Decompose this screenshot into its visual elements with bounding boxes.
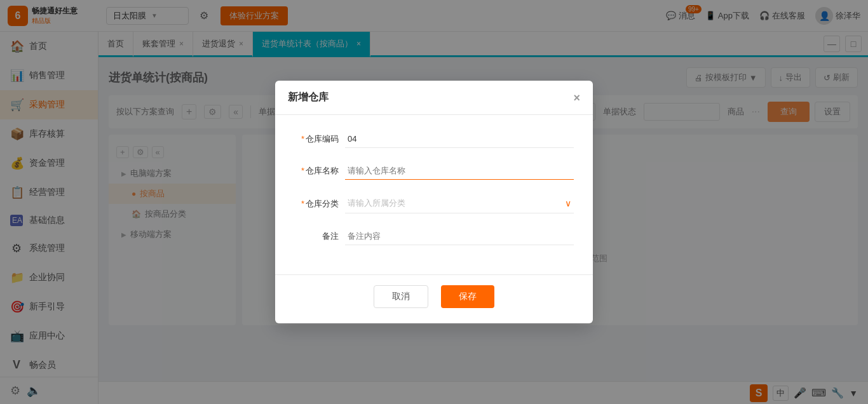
form-row-name: 仓库名称 — [294, 162, 574, 180]
form-row-code: 仓库编码 — [294, 130, 574, 148]
category-dropdown-arrow: ∨ — [565, 198, 571, 208]
modal-close-button[interactable]: × — [573, 92, 580, 104]
cancel-button[interactable]: 取消 — [374, 285, 428, 308]
name-label: 仓库名称 — [294, 165, 345, 177]
remark-label: 备注 — [294, 231, 345, 242]
modal-title: 新增仓库 — [288, 91, 329, 104]
new-warehouse-modal: 新增仓库 × 仓库编码 仓库名称 仓库分类 请输入所属分类 ∨ — [275, 81, 593, 323]
name-input[interactable] — [345, 162, 574, 180]
category-placeholder: 请输入所属分类 — [348, 198, 405, 209]
save-button[interactable]: 保存 — [441, 285, 494, 308]
modal-footer: 取消 保存 — [275, 274, 593, 323]
code-label: 仓库编码 — [294, 133, 345, 145]
category-select[interactable]: 请输入所属分类 ∨ — [345, 194, 574, 213]
modal-header: 新增仓库 × — [275, 81, 593, 115]
form-row-remark: 备注 — [294, 227, 574, 245]
category-label: 仓库分类 — [294, 198, 345, 210]
form-row-category: 仓库分类 请输入所属分类 ∨ — [294, 194, 574, 213]
remark-input[interactable] — [345, 227, 574, 245]
modal-overlay[interactable]: 新增仓库 × 仓库编码 仓库名称 仓库分类 请输入所属分类 ∨ — [0, 0, 868, 404]
modal-body: 仓库编码 仓库名称 仓库分类 请输入所属分类 ∨ 备注 — [275, 115, 593, 274]
code-input[interactable] — [345, 130, 574, 148]
